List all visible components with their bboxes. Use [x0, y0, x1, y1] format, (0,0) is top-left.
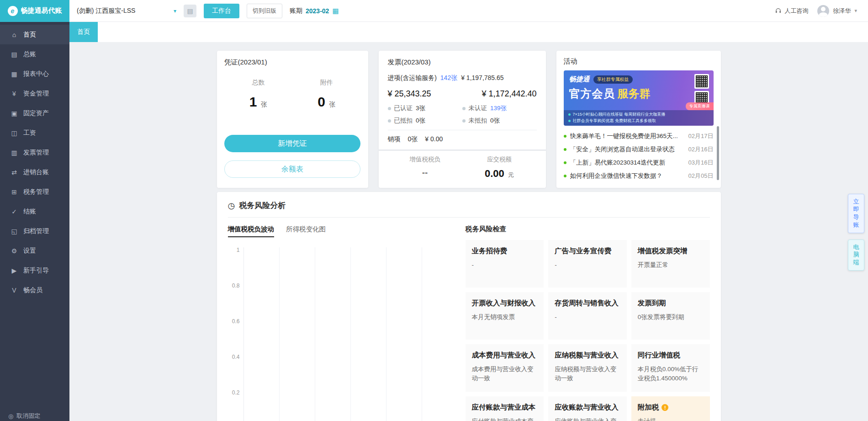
sidebar-item-archive[interactable]: ◱ 归档管理	[0, 221, 69, 241]
tabbar: 首页	[69, 22, 868, 42]
sidebar-item-label: 发票管理	[23, 149, 49, 157]
risk-tile-invoice-vs-report-income[interactable]: 开票收入与财报收入 本月无销项发票	[466, 292, 544, 340]
risk-tile-inventory-turnover[interactable]: 存货周转与销售收入 -	[548, 292, 627, 340]
tax-risk-card: ◷ 税务风险分析 增值税税负波动 所得税变化图 1 0.8 0.6 0.4 0.…	[217, 192, 721, 421]
calendar-icon[interactable]: ▦	[332, 7, 339, 15]
risk-tile-vat-invoice-surge[interactable]: 增值税发票突增 开票量正常	[631, 240, 710, 288]
balance-sheet-button[interactable]: 余额表	[224, 160, 360, 178]
sidebar-item-payroll[interactable]: ◫ 工资	[0, 123, 69, 143]
sidebar-item-invoice-management[interactable]: ▥ 发票管理	[0, 143, 69, 162]
period-value[interactable]: 2023-02	[306, 7, 329, 15]
clock-icon: ◷	[228, 201, 235, 211]
pin-icon: ◎	[8, 413, 13, 420]
switch-old-version-button[interactable]: 切到旧版	[247, 4, 282, 18]
sidebar-item-label: 首页	[23, 31, 36, 39]
status-dot-icon	[462, 107, 466, 110]
voucher-card-title: 凭证(2023/01)	[224, 58, 361, 67]
risk-tile-title: 应付账款与营业成本	[472, 403, 538, 412]
archive-icon: ◱	[10, 228, 18, 235]
risk-tile-payables-vs-cost[interactable]: 应付账款与营业成本 应付账款与营业成本变动一致	[466, 396, 544, 421]
uncertified-status: 未认证 139张	[462, 104, 537, 112]
risk-tile-receivables-vs-revenue[interactable]: 应收账款与营业收入 应收账款与营业收入变动一致	[548, 396, 627, 421]
sidebar-item-tax-management[interactable]: ⊞ 税务管理	[0, 182, 69, 202]
sidebar-item-purchase-sale-ledger[interactable]: ⇄ 进销台账	[0, 162, 69, 182]
user-menu[interactable]: 徐泽华 ▾	[817, 5, 857, 17]
promo-banner[interactable]: 畅捷通 享社群专属权益 官方会员 服务群 专属直播课	[564, 70, 714, 126]
attachment-label: 附件	[292, 79, 361, 87]
news-item[interactable]: 快来薅羊毛！一键报税免费使用365天... 02月17日	[564, 129, 714, 143]
risk-tile-surtax[interactable]: 附加税 ! 未计提	[631, 396, 710, 421]
add-voucher-button[interactable]: 新增凭证	[224, 135, 360, 152]
input-invoice-count[interactable]: 142张	[440, 74, 457, 82]
divider	[379, 149, 546, 151]
document-button[interactable]: ▤	[184, 5, 196, 17]
news-item[interactable]: 「上新」易代账20230314迭代更新 03月16日	[564, 156, 714, 169]
news-date: 02月05日	[688, 172, 714, 180]
risk-tile-invoice-expiry[interactable]: 发票到期 0张发票将要到期	[631, 292, 710, 340]
risk-tile-business-entertainment[interactable]: 业务招待费 -	[466, 240, 544, 288]
scrollbar[interactable]	[717, 126, 719, 180]
banner-tag: 专属直播课	[686, 102, 714, 110]
home-icon: ⌂	[10, 31, 18, 38]
risk-tile-tax-vs-revenue[interactable]: 应纳税额与营业收入 应纳税额与营业收入变动一致	[548, 344, 627, 392]
risk-tile-title: 附加税	[638, 403, 659, 412]
attachment-unit: 张	[329, 101, 335, 108]
activity-card-title: 活动	[564, 57, 714, 66]
banner-note: 7×15小时贴心顾问在线答疑 每周财税行业大咖直播	[568, 112, 709, 118]
pc-client-button[interactable]: 电脑端	[848, 240, 864, 271]
sidebar-item-report-center[interactable]: ▦ 报表中心	[0, 64, 69, 84]
sidebar-item-funds[interactable]: ¥ 资金管理	[0, 84, 69, 103]
input-invoice-label: 进项(含运输服务)	[388, 74, 437, 82]
app-logo[interactable]: e 畅捷通易代账	[0, 0, 69, 22]
risk-tile-industry-vat[interactable]: 同行业增值税 本月税负0.00%低于行业税负1.450000%	[631, 344, 710, 392]
tax-payable-label: 应交税额	[462, 155, 537, 164]
certified-value: 3张	[416, 104, 425, 112]
vat-burden-label: 增值税税负	[388, 155, 462, 164]
support-button[interactable]: 人工咨询	[775, 7, 808, 15]
banner-footnotes: 7×15小时贴心顾问在线答疑 每周财税行业大咖直播 社群会员专享购买优惠 免费财…	[564, 110, 714, 126]
sidebar-item-home[interactable]: ⌂ 首页	[0, 25, 69, 44]
headset-icon	[775, 7, 782, 14]
avatar	[817, 5, 829, 17]
news-date: 03月16日	[688, 159, 714, 167]
tab-vat-fluctuation[interactable]: 增值税税负波动	[228, 225, 275, 237]
sidebar-item-closing[interactable]: ✓ 结账	[0, 202, 69, 221]
risk-tile-desc: 应收账款与营业收入变动一致	[555, 417, 620, 421]
sidebar: ⌂ 首页 ▤ 总账 ▦ 报表中心 ¥ 资金管理 ▣ 固定资产 ◫ 工资 ▥ 发票…	[0, 22, 69, 421]
news-item[interactable]: 「安全」关闭浏览器自动退出登录状态 02月16日	[564, 143, 714, 156]
sidebar-item-beginner-guide[interactable]: ▶ 新手引导	[0, 261, 69, 280]
company-selector[interactable]: (勿删) 江西服宝-LSS ▾	[77, 7, 176, 15]
risk-tile-desc: 本月税负0.00%低于行业税负1.450000%	[638, 365, 704, 383]
news-list: 快来薅羊毛！一键报税免费使用365天... 02月17日 「安全」关闭浏览器自动…	[564, 129, 714, 182]
warning-icon: !	[662, 404, 668, 411]
app-logo-icon: e	[8, 6, 18, 16]
bullet-dot-icon	[564, 161, 566, 164]
risk-tile-title: 应收账款与营业收入	[555, 403, 620, 412]
tab-income-tax-change[interactable]: 所得税变化图	[286, 225, 326, 237]
sidebar-item-fixed-assets[interactable]: ▣ 固定资产	[0, 103, 69, 123]
unpin-sidebar-button[interactable]: ◎ 取消固定	[0, 412, 69, 420]
risk-tile-title: 增值税发票突增	[638, 246, 704, 256]
sidebar-item-membership[interactable]: V 畅会员	[0, 280, 69, 300]
sidebar-item-label: 资金管理	[23, 90, 49, 98]
news-date: 02月17日	[688, 132, 714, 140]
news-item[interactable]: 如何利用企业微信快速下发数据？ 02月05日	[564, 169, 714, 182]
news-text: 快来薅羊毛！一键报税免费使用365天...	[570, 132, 685, 140]
risk-tile-cost-vs-revenue[interactable]: 成本费用与营业收入 成本费用与营业收入变动一致	[466, 344, 544, 392]
username: 徐泽华	[833, 7, 851, 15]
undeducted-status: 未抵扣 0张	[462, 117, 537, 125]
tab-home[interactable]: 首页	[69, 22, 98, 42]
uncertified-value[interactable]: 139张	[490, 104, 507, 112]
sidebar-item-settings[interactable]: ⚙ 设置	[0, 241, 69, 261]
workbench-button[interactable]: 工作台	[204, 4, 239, 18]
risk-tile-title: 存货周转与销售收入	[555, 298, 620, 308]
risk-tile-advertising[interactable]: 广告与业务宣传费 -	[548, 240, 627, 288]
vat-burden-chart: 1 0.8 0.6 0.4 0.2	[228, 247, 456, 421]
import-accounts-button[interactable]: 立即导账	[848, 194, 864, 233]
risk-tile-desc: 应付账款与营业成本变动一致	[472, 417, 538, 421]
sidebar-item-label: 新手引导	[23, 266, 49, 275]
sidebar-item-general-ledger[interactable]: ▤ 总账	[0, 44, 69, 64]
gear-icon: ⚙	[10, 247, 18, 255]
qr-code	[694, 74, 709, 89]
main-content: 凭证(2023/01) 总数 1 张 附件 0 张	[69, 42, 868, 421]
